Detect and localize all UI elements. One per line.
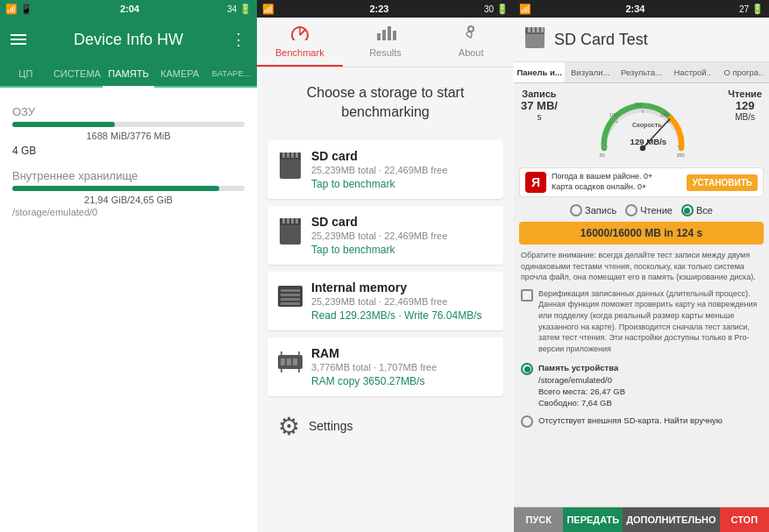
svg-rect-17 bbox=[287, 218, 289, 223]
checkbox-row: Верификация записанных данных (длительны… bbox=[514, 287, 769, 357]
svg-text:Скорость: Скорость bbox=[632, 121, 662, 129]
storage-option-sd[interactable]: Отсутствует внешняя SD-карта. Найти вруч… bbox=[521, 412, 762, 430]
ad-banner[interactable]: Я Погода в вашем районе. 0+ Карта осадко… bbox=[519, 167, 764, 197]
tab-camera[interactable]: КАМЕРА bbox=[154, 61, 206, 86]
time-left: 2:04 bbox=[120, 4, 139, 14]
tab-battery[interactable]: БАТАРЕ... bbox=[205, 61, 257, 86]
ram-storage-name: RAM bbox=[311, 346, 493, 360]
panel-device-info: Device Info HW ⋮ ЦП СИСТЕМА ПАМЯТЬ КАМЕР… bbox=[0, 18, 257, 532]
tab-memory[interactable]: ПАМЯТЬ bbox=[103, 61, 154, 88]
panel3-header: SD Card Test bbox=[514, 18, 769, 62]
read-speed-label: Чтение bbox=[728, 89, 762, 99]
battery-mid: 30 bbox=[484, 4, 494, 14]
radio-read-circle bbox=[625, 204, 637, 216]
subtab-panel[interactable]: Панель и... bbox=[514, 62, 565, 82]
wifi-icon-mid: 📶 bbox=[262, 4, 274, 15]
storage-item-internal[interactable]: Internal memory 25,239MB total · 22,469M… bbox=[267, 272, 503, 330]
tab-benchmark[interactable]: Benchmark bbox=[257, 18, 343, 67]
internal-storage-section: Внутреннее хранилище 21,94 GiB/24,65 GiB… bbox=[12, 169, 245, 217]
radio-read[interactable]: Чтение bbox=[625, 204, 673, 216]
ad-install-button[interactable]: УСТАНОВИТЬ bbox=[687, 174, 758, 191]
results-tab-icon bbox=[375, 25, 396, 45]
svg-rect-13 bbox=[295, 153, 298, 158]
stop-button[interactable]: СТОП bbox=[720, 507, 769, 532]
about-tab-label: About bbox=[459, 47, 484, 58]
tab-results[interactable]: Results bbox=[343, 18, 429, 67]
svg-line-1 bbox=[300, 30, 305, 35]
battery-left: 34 bbox=[227, 4, 237, 14]
subtab-about[interactable]: О програ.. bbox=[718, 62, 769, 82]
settings-item[interactable]: ⚙ Settings bbox=[267, 403, 503, 450]
svg-rect-19 bbox=[295, 218, 298, 223]
status-bar-panel3: 📶 2:34 27 🔋 bbox=[514, 0, 769, 18]
tab-about[interactable]: About bbox=[428, 18, 514, 67]
storage-option-device[interactable]: Память устройства /storage/emulated/0 Вс… bbox=[521, 359, 762, 411]
hamburger-line1 bbox=[11, 34, 26, 36]
radio-row: Запись Чтение Все bbox=[514, 201, 769, 220]
benchmark-tab-label: Benchmark bbox=[275, 47, 324, 58]
battery-icons-mid: 30 🔋 bbox=[484, 4, 509, 15]
subtab-visual[interactable]: Визуали... bbox=[565, 62, 616, 82]
svg-rect-30 bbox=[298, 369, 300, 372]
panel1-content: ОЗУ 1688 MiB/3776 MiB 4 GB Внутреннее хр… bbox=[0, 88, 257, 532]
speedometer-svg: 50 100 200 250 350 Скорость 129 MB/s bbox=[590, 89, 695, 159]
status-icons-left: 📶 📱 bbox=[5, 4, 32, 15]
internal-label: Внутреннее хранилище bbox=[12, 169, 245, 182]
storage-radio-sd bbox=[521, 415, 533, 428]
panel1-header: Device Info HW ⋮ bbox=[0, 18, 257, 61]
svg-text:250: 250 bbox=[660, 112, 668, 117]
benchmark-title: Choose a storage to start benchmarking bbox=[267, 83, 503, 123]
radio-write[interactable]: Запись bbox=[570, 204, 616, 216]
ram-total: 4 GB bbox=[12, 145, 245, 157]
subtab-results[interactable]: Результа... bbox=[616, 62, 666, 82]
sdcard1-icon bbox=[278, 151, 303, 185]
panel-benchmark: Benchmark Results bbox=[257, 18, 514, 532]
storage-item-sdcard2[interactable]: SD card 25,239MB total · 22,469MB free T… bbox=[267, 206, 503, 265]
storage-option-device-text: Память устройства /storage/emulated/0 Вс… bbox=[538, 362, 625, 408]
radio-all[interactable]: Все bbox=[681, 204, 713, 216]
svg-rect-22 bbox=[281, 294, 300, 296]
sdcard2-detail: 25,239MB total · 22,469MB free bbox=[311, 231, 493, 241]
svg-rect-28 bbox=[293, 358, 297, 365]
write-speed-display: Запись 37 MB/ s bbox=[521, 89, 558, 122]
panel3-buttons: ПУСК ПЕРЕДАТЬ ДОПОЛНИТЕЛЬНО СТОП bbox=[514, 507, 769, 532]
status-bar-panel2: 📶 2:23 30 🔋 bbox=[257, 0, 514, 18]
app-title: Device Info HW bbox=[74, 31, 183, 49]
svg-point-7 bbox=[468, 26, 474, 32]
internal-storage-detail: 25,239MB total · 22,469MB free bbox=[311, 296, 493, 307]
radio-read-label: Чтение bbox=[640, 205, 673, 216]
storage-item-ram[interactable]: RAM 3,776MB total · 1,707MB free RAM cop… bbox=[267, 337, 503, 396]
panel2-tabs: Benchmark Results bbox=[257, 18, 514, 67]
storage-item-sdcard1[interactable]: SD card 25,239MB total · 22,469MB free T… bbox=[267, 140, 503, 199]
ram-icon bbox=[278, 348, 303, 382]
subtab-settings[interactable]: Настрой.. bbox=[667, 62, 718, 82]
internal-icon bbox=[278, 282, 303, 316]
sdcard1-info: SD card 25,239MB total · 22,469MB free T… bbox=[311, 149, 493, 190]
svg-rect-26 bbox=[281, 358, 285, 365]
ram-usage: 1688 MiB/3776 MiB bbox=[12, 131, 245, 141]
svg-rect-37 bbox=[537, 27, 539, 32]
hamburger-menu[interactable] bbox=[11, 34, 26, 45]
ram-storage-detail: 3,776MB total · 1,707MB free bbox=[311, 362, 493, 372]
yandex-icon: Я bbox=[525, 172, 546, 193]
more-options-icon[interactable]: ⋮ bbox=[231, 30, 246, 49]
tab-system[interactable]: СИСТЕМА bbox=[52, 61, 103, 86]
start-button[interactable]: ПУСК bbox=[514, 507, 563, 532]
storage-option-device-free: Свободно: 7,64 GB bbox=[538, 397, 625, 408]
verification-checkbox[interactable] bbox=[521, 289, 533, 301]
tab-cpu[interactable]: ЦП bbox=[0, 61, 52, 86]
storage-options: Память устройства /storage/emulated/0 Вс… bbox=[514, 356, 769, 433]
svg-rect-10 bbox=[282, 153, 285, 158]
svg-rect-4 bbox=[382, 30, 386, 40]
about-tab-icon bbox=[460, 25, 481, 45]
ram-label: ОЗУ bbox=[12, 105, 245, 118]
read-speed-display: Чтение 129 MB/s bbox=[728, 89, 762, 122]
svg-text:129 MB/s: 129 MB/s bbox=[630, 137, 667, 146]
svg-rect-6 bbox=[393, 31, 396, 40]
transfer-button[interactable]: ПЕРЕДАТЬ bbox=[563, 507, 623, 532]
extra-button[interactable]: ДОПОЛНИТЕЛЬНО bbox=[623, 507, 719, 532]
read-speed-value: 129 bbox=[736, 99, 755, 112]
svg-text:200: 200 bbox=[634, 102, 642, 107]
time-mid: 2:23 bbox=[369, 4, 388, 14]
read-speed-unit: MB/s bbox=[735, 112, 755, 122]
